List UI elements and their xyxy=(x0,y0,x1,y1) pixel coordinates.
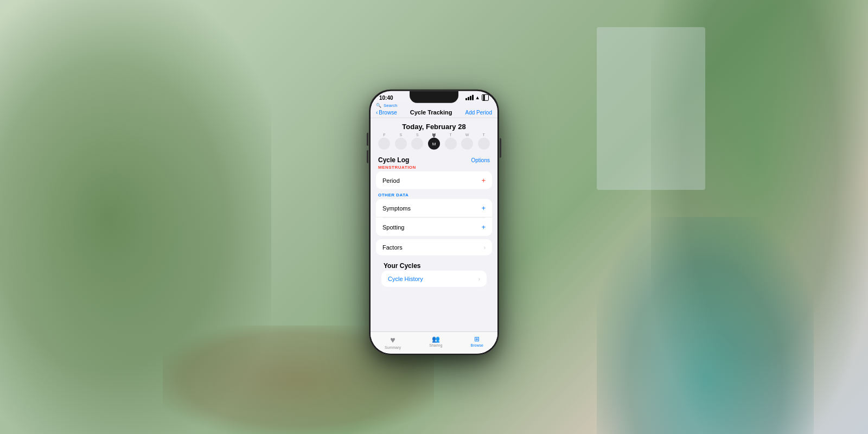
day-sun: S xyxy=(411,133,423,150)
search-row: 🔍 Search xyxy=(376,103,492,108)
symptoms-spotting-card: Symptoms + Spotting + xyxy=(376,199,492,236)
bg-chair xyxy=(597,217,814,434)
day-letter-s2: S xyxy=(416,133,419,137)
volume-down-button[interactable] xyxy=(367,150,368,163)
day-letter-f: F xyxy=(383,133,385,137)
status-time: 10:40 xyxy=(379,94,393,100)
bottom-spacer xyxy=(371,290,497,317)
factors-card: Factors › xyxy=(376,239,492,256)
search-label[interactable]: Search xyxy=(384,103,397,108)
your-cycles-title: Your Cycles xyxy=(376,260,492,271)
day-mon: M M ▼ xyxy=(428,133,440,150)
status-icons: ▲ ▌ xyxy=(465,94,489,101)
tab-bar: ♥ Summary 👥 Sharing ⊞ Browse xyxy=(371,331,497,354)
day-circle-s2[interactable] xyxy=(411,138,423,150)
period-row[interactable]: Period + xyxy=(376,171,492,189)
day-fri: F xyxy=(378,133,390,150)
browse-icon: ⊞ xyxy=(474,335,480,343)
signal-bars xyxy=(465,95,474,100)
wifi-icon: ▲ xyxy=(475,95,480,100)
bg-window xyxy=(597,27,705,190)
signal-bar-2 xyxy=(468,97,469,100)
symptoms-add-button[interactable]: + xyxy=(481,204,486,212)
nav-title-row: ‹ Browse Cycle Tracking Add Period xyxy=(376,109,492,116)
day-tue: T xyxy=(445,133,457,150)
factors-chevron-icon: › xyxy=(484,244,486,250)
cycle-log-title-row: Cycle Log Options xyxy=(376,156,492,165)
day-letter-t2: T xyxy=(483,133,485,137)
day-circle-t1[interactable] xyxy=(445,138,457,150)
spotting-row[interactable]: Spotting + xyxy=(376,218,492,236)
today-arrow: ▼ xyxy=(432,135,435,138)
tab-sharing[interactable]: 👥 Sharing xyxy=(429,335,442,349)
day-letter-s1: S xyxy=(400,133,403,137)
phone: 10:40 ▲ ▌ 🔍 xyxy=(369,90,499,355)
period-label: Period xyxy=(382,177,400,183)
screen-content: 10:40 ▲ ▌ 🔍 xyxy=(371,91,497,354)
symptoms-label: Symptoms xyxy=(382,205,411,211)
signal-bar-1 xyxy=(465,98,467,100)
content-area: Today, February 28 F S S xyxy=(371,118,497,354)
spotting-add-button[interactable]: + xyxy=(481,223,486,231)
day-circle-s1[interactable] xyxy=(395,138,407,150)
day-thu: T xyxy=(478,133,490,150)
factors-label: Factors xyxy=(382,244,403,251)
signal-bar-3 xyxy=(470,96,471,100)
cycle-history-row[interactable]: Cycle History › xyxy=(381,271,487,287)
day-sat: S xyxy=(395,133,407,150)
phone-screen: 10:40 ▲ ▌ 🔍 xyxy=(371,91,497,354)
tab-browse-label: Browse xyxy=(471,343,483,347)
cycle-log-title: Cycle Log xyxy=(378,156,409,164)
sharing-icon: 👥 xyxy=(432,335,440,343)
your-cycles-section: Your Cycles Cycle History › xyxy=(376,260,492,287)
day-circle-w[interactable] xyxy=(461,138,473,150)
volume-up-button[interactable] xyxy=(367,133,368,146)
period-card: Period + xyxy=(376,171,492,189)
search-icon: 🔍 xyxy=(376,103,381,108)
nav-bar: 🔍 Search ‹ Browse Cycle Tracking Add Per… xyxy=(371,102,497,118)
tab-sharing-label: Sharing xyxy=(429,343,442,347)
back-button[interactable]: ‹ Browse xyxy=(376,109,397,115)
nav-title: Cycle Tracking xyxy=(410,109,452,116)
tab-summary[interactable]: ♥ Summary xyxy=(385,335,401,349)
symptoms-row[interactable]: Symptoms + xyxy=(376,199,492,218)
day-circle-f[interactable] xyxy=(378,138,390,150)
notch xyxy=(410,91,458,103)
power-button[interactable] xyxy=(500,138,501,158)
factors-row[interactable]: Factors › xyxy=(376,239,492,256)
week-calendar: F S S M xyxy=(371,133,497,152)
cycle-log-section: Cycle Log Options Menstruation Period + xyxy=(376,156,492,256)
heart-icon: ♥ xyxy=(390,335,395,345)
day-circle-t2[interactable] xyxy=(478,138,490,150)
tab-browse[interactable]: ⊞ Browse xyxy=(471,335,483,349)
battery-icon: ▌ xyxy=(482,94,489,101)
spotting-label: Spotting xyxy=(382,224,404,230)
signal-bar-4 xyxy=(472,95,474,100)
tab-summary-label: Summary xyxy=(385,346,401,349)
back-label: Browse xyxy=(379,109,397,115)
cycle-history-label: Cycle History xyxy=(388,276,423,282)
options-button[interactable]: Options xyxy=(471,157,490,163)
day-circle-today[interactable]: M ▼ xyxy=(428,138,440,150)
period-add-button[interactable]: + xyxy=(481,176,486,184)
phone-body: 10:40 ▲ ▌ 🔍 xyxy=(369,90,499,355)
day-letter-w: W xyxy=(465,133,469,137)
cycle-history-chevron-icon: › xyxy=(478,276,480,282)
add-period-button[interactable]: Add Period xyxy=(465,109,492,115)
chevron-left-icon: ‹ xyxy=(376,109,378,115)
other-data-header: Other Data xyxy=(376,193,492,199)
date-header: Today, February 28 xyxy=(371,118,497,133)
day-letter-t1: T xyxy=(449,133,451,137)
menstruation-header: Menstruation xyxy=(376,165,492,171)
day-wed: W xyxy=(461,133,473,150)
